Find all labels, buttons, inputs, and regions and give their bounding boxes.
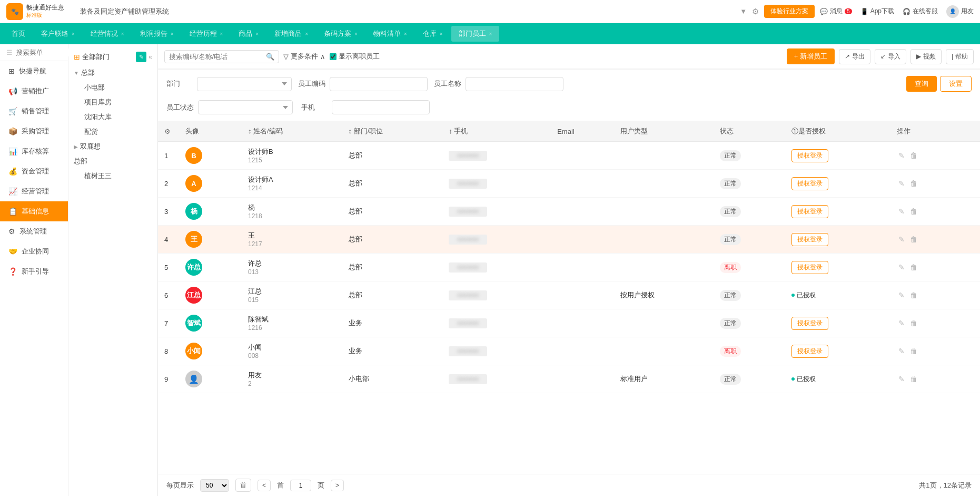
dept-tree-item-小电部[interactable]: 小电部 (68, 80, 157, 95)
nav-tab-商品[interactable]: 商品× (231, 26, 266, 42)
auth-login-button[interactable]: 授权登录 (791, 177, 828, 190)
nav-tab-新增商品[interactable]: 新增商品× (267, 26, 315, 42)
app-download-button[interactable]: 📱 App下载 (860, 7, 894, 16)
dropdown-arrow-icon[interactable]: ▼ (740, 7, 747, 15)
query-button[interactable]: 查询 (906, 76, 937, 92)
sidebar-item-system[interactable]: ⚙系统管理 (0, 221, 68, 241)
dept-tree-item-沈阳大库[interactable]: 沈阳大库 (68, 110, 157, 124)
message-button[interactable]: 💬 消息 5 (820, 7, 852, 16)
auth-login-button[interactable]: 授权登录 (791, 261, 828, 274)
nav-tab-物料清单[interactable]: 物料清单× (366, 26, 414, 42)
first-page-button[interactable]: 首 (235, 479, 251, 492)
empcode-filter-input[interactable] (330, 77, 428, 91)
edit-button[interactable]: ✎ (898, 291, 905, 299)
sidebar-item-marketing[interactable]: 📢营销推广 (0, 81, 68, 101)
nav-tab-客户联络[interactable]: 客户联络× (34, 26, 82, 42)
auth-login-button[interactable]: 授权登录 (791, 345, 828, 358)
tree-collapse-button[interactable]: « (149, 53, 152, 61)
export-button[interactable]: ↗ 导出 (839, 49, 870, 64)
col-name[interactable]: ↕ 姓名/编码 (242, 121, 342, 142)
sidebar-item-operation[interactable]: 📈经营管理 (0, 181, 68, 201)
show-resigned-checkbox[interactable] (330, 53, 336, 60)
edit-button[interactable]: ✎ (898, 319, 905, 327)
more-filter-button[interactable]: ▽ 更多条件 ∧ (283, 52, 325, 61)
tree-edit-button[interactable]: ✎ (136, 52, 146, 62)
sidebar-item-collab[interactable]: 🤝企业协同 (0, 241, 68, 261)
sidebar-item-finance[interactable]: 💰资金管理 (0, 161, 68, 181)
delete-button[interactable]: 🗑 (910, 207, 917, 216)
dept-tree-item-植树王三[interactable]: 植树王三 (68, 169, 157, 183)
nav-tab-经营情况[interactable]: 经营情况× (83, 26, 132, 42)
delete-button[interactable]: 🗑 (910, 375, 917, 383)
video-button[interactable]: ▶ 视频 (910, 49, 942, 64)
page-size-select[interactable]: 50 20 100 (200, 479, 229, 492)
close-tab-icon[interactable]: × (72, 31, 75, 37)
edit-button[interactable]: ✎ (898, 375, 905, 383)
show-resigned-checkbox-wrap[interactable]: 显示离职员工 (330, 52, 380, 61)
col-settings[interactable]: ⚙ (158, 121, 179, 142)
close-tab-icon[interactable]: × (171, 31, 174, 37)
edit-button[interactable]: ✎ (898, 347, 905, 355)
nav-tab-条码方案[interactable]: 条码方案× (316, 26, 365, 42)
auth-login-button[interactable]: 授权登录 (791, 149, 828, 162)
set-button[interactable]: 设置 (940, 76, 972, 92)
settings-icon[interactable]: ⚙ (752, 7, 759, 16)
import-button[interactable]: ↙ 导入 (875, 49, 906, 64)
edit-button[interactable]: ✎ (898, 179, 905, 188)
dept-tree-item-总部[interactable]: ▼总部 (68, 65, 157, 80)
page-number-input[interactable] (290, 480, 311, 491)
help-button[interactable]: | 帮助 (946, 49, 974, 64)
next-page-button[interactable]: > (331, 480, 344, 491)
search-icon[interactable]: 🔍 (266, 53, 274, 61)
close-tab-icon[interactable]: × (255, 31, 259, 37)
col-dept[interactable]: ↕ 部门/职位 (342, 121, 443, 142)
delete-button[interactable]: 🗑 (910, 151, 917, 160)
edit-button[interactable]: ✎ (898, 235, 905, 244)
delete-button[interactable]: 🗑 (910, 263, 917, 271)
empname-filter-input[interactable] (466, 77, 563, 91)
delete-button[interactable]: 🗑 (910, 291, 917, 299)
close-tab-icon[interactable]: × (305, 31, 308, 37)
nav-tab-首页[interactable]: 首页 (4, 26, 33, 42)
delete-button[interactable]: 🗑 (910, 179, 917, 188)
nav-tab-利润报告[interactable]: 利润报告× (133, 26, 181, 42)
nav-tab-经营历程[interactable]: 经营历程× (182, 26, 231, 42)
sidebar-item-quick-nav[interactable]: ⊞快捷导航 (0, 61, 68, 81)
close-tab-icon[interactable]: × (121, 31, 124, 37)
user-area[interactable]: 👤 用友 (946, 5, 974, 18)
close-tab-icon[interactable]: × (404, 31, 407, 37)
edit-button[interactable]: ✎ (898, 263, 905, 271)
dept-tree-item-项目库房[interactable]: 项目库房 (68, 95, 157, 110)
sidebar-item-guide[interactable]: ❓新手引导 (0, 261, 68, 281)
auth-login-button[interactable]: 授权登录 (791, 205, 828, 218)
nav-tab-仓库[interactable]: 仓库× (415, 26, 450, 42)
edit-button[interactable]: ✎ (898, 207, 905, 216)
dept-tree-item-双鹿想[interactable]: ▶双鹿想 (68, 139, 157, 154)
phone-filter-input[interactable] (332, 100, 430, 114)
prev-page-button[interactable]: < (258, 480, 271, 491)
edit-button[interactable]: ✎ (898, 151, 905, 160)
auth-login-button[interactable]: 授权登录 (791, 233, 828, 246)
search-input[interactable] (169, 53, 264, 61)
sidebar-item-purchase[interactable]: 📦采购管理 (0, 121, 68, 141)
dept-tree-item-配货[interactable]: 配货 (68, 124, 157, 139)
trial-button[interactable]: 体验行业方案 (764, 5, 815, 18)
auth-login-button[interactable]: 授权登录 (791, 317, 828, 330)
dept-filter-select[interactable] (197, 77, 292, 91)
close-tab-icon[interactable]: × (354, 31, 358, 37)
delete-button[interactable]: 🗑 (910, 319, 917, 327)
sidebar-item-inventory[interactable]: 📊库存核算 (0, 141, 68, 161)
delete-button[interactable]: 🗑 (910, 347, 917, 355)
close-tab-icon[interactable]: × (489, 31, 492, 37)
sidebar-item-basic[interactable]: 📋基础信息 (0, 201, 68, 221)
status-filter-select[interactable] (198, 100, 293, 114)
close-tab-icon[interactable]: × (220, 31, 223, 37)
dept-tree-item-总部[interactable]: 总部 (68, 154, 157, 169)
delete-button[interactable]: 🗑 (910, 235, 917, 244)
add-employee-button[interactable]: + 新增员工 (787, 48, 835, 64)
online-service-button[interactable]: 🎧 在线客服 (903, 7, 938, 16)
nav-tab-部门员工[interactable]: 部门员工× (451, 26, 500, 42)
col-phone[interactable]: ↕ 手机 (442, 121, 551, 142)
sidebar-item-sales[interactable]: 🛒销售管理 (0, 101, 68, 121)
close-tab-icon[interactable]: × (440, 31, 443, 37)
